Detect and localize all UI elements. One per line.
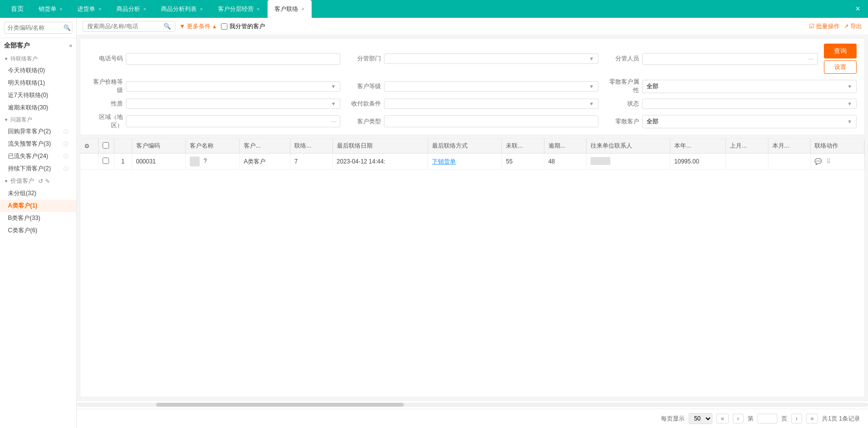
value-edit-icon[interactable]: ✎ xyxy=(45,178,50,185)
region-dots-icon[interactable]: ··· xyxy=(331,118,336,125)
batch-op-btn[interactable]: ☑ 批量操作 xyxy=(809,22,840,31)
sidebar-all-customers[interactable]: 全部客户 « xyxy=(0,38,76,53)
last-page-btn[interactable]: » xyxy=(806,414,818,424)
row-last-method[interactable]: 下销货单 xyxy=(428,154,502,170)
my-customers-checkbox[interactable]: 我分管的客户 xyxy=(221,22,265,31)
close-tab-analysis-list[interactable]: × xyxy=(200,6,203,12)
h-scroll-thumb[interactable] xyxy=(156,403,404,407)
col-code[interactable]: 客户编码 xyxy=(132,139,186,154)
row-name[interactable]: ? xyxy=(186,154,240,170)
next-page-btn[interactable]: › xyxy=(791,414,802,424)
nav-tab-analysis[interactable]: 商品分析 × xyxy=(109,0,153,18)
sidebar-item-ungroup[interactable]: 未分组(32) xyxy=(0,187,76,200)
page-number-input[interactable]: 1 xyxy=(758,414,777,424)
col-gear[interactable]: ⚙ xyxy=(80,139,98,154)
sidebar-item-repurchase-abnormal[interactable]: 回购异常客户(2) ⓘ xyxy=(0,125,76,138)
filter-region-input[interactable]: ··· xyxy=(126,115,340,127)
close-tab-customer-segment[interactable]: × xyxy=(257,6,260,12)
sidebar-collapse-icon[interactable]: « xyxy=(69,42,72,49)
sidebar-item-churn-warning[interactable]: 流失预警客户(3) ⓘ xyxy=(0,138,76,150)
table-area: ⚙ 客户编码 客户名称 客户... 联络... 最后联络日期 最后联络方式 未联… xyxy=(80,138,865,397)
close-tab-analysis[interactable]: × xyxy=(143,6,146,12)
sidebar-item-c-class[interactable]: C类客户(6) xyxy=(0,224,76,237)
col-type[interactable]: 客户... xyxy=(240,139,290,154)
sidebar-item-a-class[interactable]: A类客户(1) xyxy=(0,200,76,212)
row-action[interactable]: 💬 ⠿ xyxy=(811,154,865,170)
query-button[interactable]: 查询 xyxy=(824,44,857,58)
col-last-date[interactable]: 最后联络日期 xyxy=(332,139,428,154)
info-icon-repurchase: ⓘ xyxy=(63,128,68,135)
close-tab-customer-contact[interactable]: × xyxy=(301,6,304,12)
my-customers-check[interactable] xyxy=(221,23,227,30)
per-page-select[interactable]: 50 xyxy=(689,413,712,424)
h-scrollbar[interactable] xyxy=(77,403,868,407)
filter-customer-level-label: 客户等级 xyxy=(346,82,381,91)
filter-retail-customer-select[interactable]: 全部 ▼ xyxy=(642,115,857,128)
filter-phone-input[interactable] xyxy=(126,53,340,65)
more-filters-btn[interactable]: ▼ 更多条件 ▲ xyxy=(179,22,217,31)
col-last-month[interactable]: 上月... xyxy=(726,139,768,154)
close-all-tabs[interactable]: × xyxy=(852,4,864,13)
nav-tab-customer-contact[interactable]: 客户联络 × xyxy=(268,0,311,18)
filter-manager-label: 分管人员 xyxy=(604,54,639,63)
payment-dropdown-icon: ▼ xyxy=(589,101,594,107)
row-company-contact xyxy=(587,154,670,170)
sidebar-item-week-pending[interactable]: 近7天待联络(0) xyxy=(0,89,76,102)
nav-home[interactable]: 首页 xyxy=(4,4,31,13)
filter-customer-level-select[interactable]: ▼ xyxy=(384,81,598,92)
close-tab-purchase[interactable]: × xyxy=(98,6,101,12)
nav-tab-purchase[interactable]: 进货单 × xyxy=(70,0,108,18)
nav-tab-analysis-list[interactable]: 商品分析列表 × xyxy=(154,0,210,18)
close-tab-sales[interactable]: × xyxy=(59,6,62,12)
nav-tab-sales[interactable]: 销货单 × xyxy=(32,0,69,18)
action-menu-icon[interactable]: ⠿ xyxy=(826,158,831,165)
filter-customer-type-input[interactable] xyxy=(384,115,598,127)
filter-manager: 分管人员 ··· 查询 设置 xyxy=(604,44,857,74)
filter-status-select[interactable]: ▼ xyxy=(642,99,857,109)
select-all-checkbox[interactable] xyxy=(103,142,109,149)
filter-status: 状态 ▼ xyxy=(604,99,857,109)
sidebar-item-declining[interactable]: 持续下滑客户(2) ⓘ xyxy=(0,162,76,175)
first-page-btn[interactable]: « xyxy=(716,414,729,424)
sidebar-item-tomorrow-pending[interactable]: 明天待联络(1) xyxy=(0,77,76,89)
sidebar-item-overdue-pending[interactable]: 逾期未联络(30) xyxy=(0,102,76,114)
sidebar-search-container: 🔍 xyxy=(0,18,76,38)
advanced-filter: 电话号码 分管部门 ▼ 分管人员 ··· 查询 设置 xyxy=(80,38,865,135)
status-dropdown-icon: ▼ xyxy=(847,101,852,107)
col-check[interactable] xyxy=(98,139,114,154)
settings-button[interactable]: 设置 xyxy=(824,60,857,74)
col-overdue[interactable]: 逾期... xyxy=(544,139,586,154)
export-btn[interactable]: ↗ 导出 xyxy=(844,22,862,31)
col-year-amount[interactable]: 本年... xyxy=(670,139,726,154)
sidebar-item-today-pending[interactable]: 今天待联络(0) xyxy=(0,64,76,77)
filter-nature-select[interactable]: ▼ xyxy=(126,99,340,109)
filter-region-label: 区域（地区） xyxy=(88,113,123,130)
sidebar-item-churned[interactable]: 已流失客户(24) ⓘ xyxy=(0,150,76,162)
filter-price-level-select[interactable]: ▼ xyxy=(126,81,340,92)
sidebar-item-b-class[interactable]: B类客户(33) xyxy=(0,212,76,224)
filter-dept-select[interactable]: ▼ xyxy=(384,54,598,64)
info-icon-churn: ⓘ xyxy=(63,141,68,148)
col-this-month[interactable]: 本月... xyxy=(768,139,810,154)
action-chat-icon[interactable]: 💬 xyxy=(814,158,822,165)
value-refresh-icon[interactable]: ↺ xyxy=(38,178,43,185)
col-contact-count[interactable]: 联络... xyxy=(290,139,332,154)
customer-level-dropdown-icon: ▼ xyxy=(589,84,594,89)
col-no-contact[interactable]: 未联... xyxy=(502,139,544,154)
col-name[interactable]: 客户名称 xyxy=(186,139,240,154)
main-search-input[interactable] xyxy=(87,23,162,30)
row-checkbox[interactable] xyxy=(103,158,109,164)
filter-payment-select[interactable]: ▼ xyxy=(384,99,598,109)
nav-tab-customer-segment[interactable]: 客户分层经营 × xyxy=(211,0,267,18)
col-last-method[interactable]: 最后联络方式 xyxy=(428,139,502,154)
last-method-link[interactable]: 下销货单 xyxy=(432,158,456,165)
sidebar-search-input[interactable] xyxy=(4,22,72,34)
col-company-contact[interactable]: 往来单位联系人 xyxy=(587,139,670,154)
filter-retail-attr-select[interactable]: 全部 ▼ xyxy=(642,80,857,93)
filter-retail-attr-label: 零散客户属性 xyxy=(604,78,639,95)
row-gear[interactable] xyxy=(80,154,98,170)
manager-dots-icon[interactable]: ··· xyxy=(809,55,814,62)
filter-manager-input[interactable]: ··· xyxy=(642,53,818,65)
prev-page-btn[interactable]: ‹ xyxy=(733,414,744,424)
row-check[interactable] xyxy=(98,154,114,170)
